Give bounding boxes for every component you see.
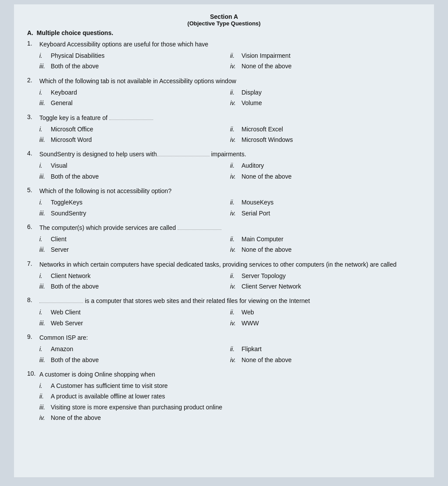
option-1-2: ii.Vision Impairment	[230, 51, 421, 60]
option-8-1: i.Web Client	[39, 307, 230, 317]
question-8: 8. is a computer that stores web sites a…	[27, 296, 421, 328]
option-6-4: iv.None of the above	[230, 245, 421, 254]
option-5-2: ii.MouseKeys	[230, 197, 421, 207]
section-subtitle: (Objective Type Questions)	[27, 20, 421, 27]
option-1-4: iv.None of the above	[230, 61, 421, 71]
option-10-1: i.A Customer has sufficient time to visi…	[39, 381, 421, 391]
options-grid-6: i.Clientii.Main Computeriii.Serveriv.Non…	[39, 234, 421, 255]
option-6-2: ii.Main Computer	[230, 234, 421, 244]
question-text-9: Common ISP are:	[39, 333, 421, 342]
question-6: 6.The computer(s) which provide services…	[27, 223, 421, 255]
question-num-5: 5.	[27, 187, 39, 196]
question-10: 10.A customer is doing Online shopping w…	[27, 370, 421, 423]
question-1: 1.Keyboard Accessibility options are use…	[27, 40, 421, 71]
option-4-3: iii.Both of the above	[39, 172, 230, 181]
option-2-4: iv.Volume	[230, 98, 421, 108]
option-3-3: iii.Microsoft Word	[39, 135, 230, 144]
questions-container: 1.Keyboard Accessibility options are use…	[27, 40, 421, 423]
options-grid-5: i.ToggleKeysii.MouseKeysiii.SoundSentryi…	[39, 197, 421, 218]
options-list-10: i.A Customer has sufficient time to visi…	[39, 381, 421, 423]
options-grid-7: i.Client Networkii.Server Topologyiii.Bo…	[39, 271, 421, 292]
option-7-2: ii.Server Topology	[230, 271, 421, 281]
option-10-4: iv.None of the above	[39, 413, 421, 423]
option-5-1: i.ToggleKeys	[39, 197, 230, 207]
option-3-2: ii.Microsoft Excel	[230, 124, 421, 134]
option-9-1: i.Amazon	[39, 344, 230, 354]
question-7: 7.Networks in which certain computers ha…	[27, 260, 421, 292]
question-num-7: 7.	[27, 260, 39, 269]
question-3: 3.Toggle key is a feature of i.Microsoft…	[27, 113, 421, 145]
option-9-3: iii.Both of the above	[39, 355, 230, 365]
option-9-2: ii.Flipkart	[230, 344, 421, 354]
question-text-4: SoundSentry is designed to help users wi…	[39, 150, 421, 159]
question-5: 5.Which of the following is not accessib…	[27, 187, 421, 218]
option-5-3: iii.SoundSentry	[39, 208, 230, 218]
question-num-4: 4.	[27, 150, 39, 159]
option-6-3: iii.Server	[39, 245, 230, 254]
options-grid-2: i.Keyboardii.Displayiii.Generaliv.Volume	[39, 88, 421, 108]
options-grid-4: i.Visualii.Auditoryiii.Both of the above…	[39, 161, 421, 181]
question-9: 9.Common ISP are:i.Amazonii.Flipkartiii.…	[27, 333, 421, 365]
question-2: 2.Which of the following tab is not avai…	[27, 77, 421, 108]
options-grid-9: i.Amazonii.Flipkartiii.Both of the above…	[39, 344, 421, 365]
question-4: 4.SoundSentry is designed to help users …	[27, 150, 421, 181]
option-4-1: i.Visual	[39, 161, 230, 170]
part-a-title: A. Multiple choice questions.	[27, 29, 421, 36]
option-7-1: i.Client Network	[39, 271, 230, 281]
question-num-3: 3.	[27, 113, 39, 123]
option-4-2: ii.Auditory	[230, 161, 421, 170]
section-title: Section A	[27, 13, 421, 20]
option-8-3: iii.Web Server	[39, 318, 230, 328]
option-2-2: ii.Display	[230, 88, 421, 97]
option-5-4: iv.Serial Port	[230, 208, 421, 218]
option-3-4: iv.Microsoft Windows	[230, 135, 421, 144]
option-10-2: ii.A product is available offline at low…	[39, 391, 421, 401]
question-text-1: Keyboard Accessibility options are usefu…	[39, 40, 421, 49]
question-text-2: Which of the following tab is not availa…	[39, 77, 421, 86]
question-text-6: The computer(s) which provide services a…	[39, 223, 421, 232]
question-text-8: is a computer that stores web sites and …	[39, 296, 421, 306]
option-7-4: iv.Client Server Network	[230, 282, 421, 291]
option-8-2: ii.Web	[230, 307, 421, 317]
option-2-3: iii.General	[39, 98, 230, 108]
options-grid-8: i.Web Clientii.Webiii.Web Serveriv.WWW	[39, 307, 421, 328]
question-num-2: 2.	[27, 77, 39, 86]
option-9-4: iv.None of the above	[230, 355, 421, 365]
option-2-1: i.Keyboard	[39, 88, 230, 97]
question-num-8: 8.	[27, 296, 39, 306]
option-1-3: iii.Both of the above	[39, 61, 230, 71]
question-text-5: Which of the following is not accessibil…	[39, 187, 421, 196]
option-8-4: iv.WWW	[230, 318, 421, 328]
question-text-10: A customer is doing Online shopping when	[39, 370, 421, 379]
section-header: Section A (Objective Type Questions)	[27, 13, 421, 27]
options-grid-1: i.Physical Disabilitiesii.Vision Impairm…	[39, 51, 421, 71]
question-num-9: 9.	[27, 333, 39, 342]
question-num-6: 6.	[27, 223, 39, 232]
option-6-1: i.Client	[39, 234, 230, 244]
question-num-10: 10.	[27, 370, 39, 379]
option-10-3: iii.Visiting store is more expensive tha…	[39, 402, 421, 412]
question-num-1: 1.	[27, 40, 39, 49]
page: Section A (Objective Type Questions) A. …	[14, 4, 434, 477]
option-7-3: iii.Both of the above	[39, 282, 230, 291]
question-text-3: Toggle key is a feature of	[39, 113, 421, 123]
option-3-1: i.Microsoft Office	[39, 124, 230, 134]
option-4-4: iv.None of the above	[230, 172, 421, 181]
option-1-1: i.Physical Disabilities	[39, 51, 230, 60]
options-grid-3: i.Microsoft Officeii.Microsoft Exceliii.…	[39, 124, 421, 145]
question-text-7: Networks in which certain computers have…	[39, 260, 421, 269]
